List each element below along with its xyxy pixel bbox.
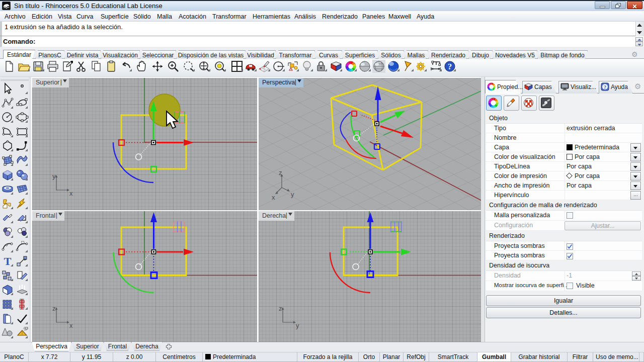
svg-text:?: ? [604,84,606,90]
svg-text:z: z [52,305,56,312]
svg-text:z: z [279,305,282,312]
svg-text:y: y [291,191,294,198]
svg-text:z: z [279,169,282,176]
svg-text:T: T [4,255,12,267]
svg-text:x: x [69,322,73,329]
svg-text:x: x [272,194,275,201]
svg-text:y: y [296,322,299,329]
svg-text:x: x [69,190,73,197]
svg-text:y: y [52,172,56,180]
svg-text:?: ? [448,62,452,71]
